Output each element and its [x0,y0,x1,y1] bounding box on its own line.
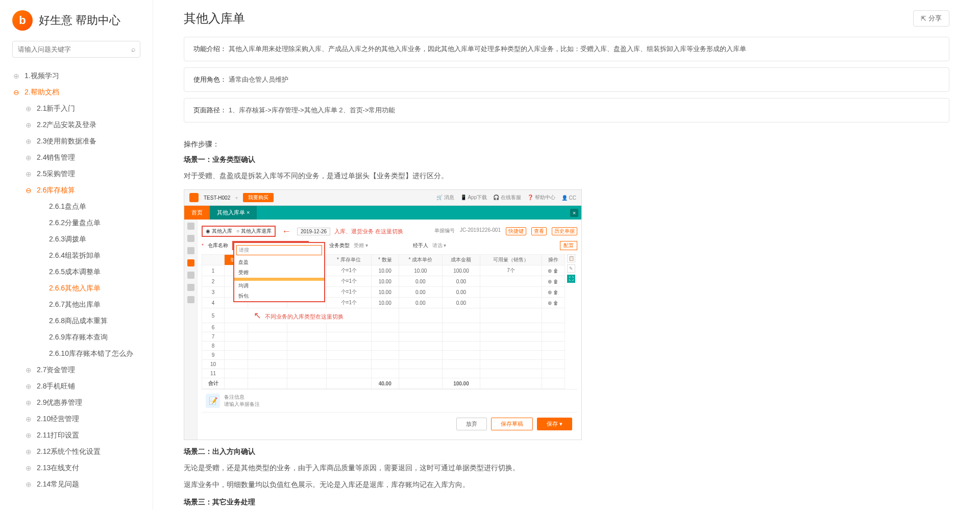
screenshot-image: TEST-H002 ▾ 我要购买 🛒 消息 📱 App下载 🎧 在线客服 ❓ 帮… [184,189,582,440]
search-box: ⌕ [12,41,140,58]
ss-tab-doc: 其他入库单 × [210,206,257,220]
share-button[interactable]: ⇱分享 [913,10,949,27]
scene2-p2: 退库业务中，明细数量均以负值红色展示。无论是入库还是退库，库存账均记在入库方向。 [184,478,949,491]
nav-docs[interactable]: ⊖2.帮助文档 [12,84,140,101]
plus-icon: ⊕ [24,121,33,129]
nav-2-6-7[interactable]: 2.6.7其他出库单 [49,297,140,313]
nav-2-14[interactable]: ⊕2.14常见问题 [24,476,140,493]
search-icon[interactable]: ⌕ [131,45,135,53]
scene3-title: 场景三：其它业务处理 [184,498,949,507]
role-box: 使用角色： 通常由仓管人员维护 [184,67,949,92]
close-icon: × [570,209,578,217]
tool-icon: ⛶ [567,275,575,283]
ss-buy-btn: 我要购买 [243,193,274,202]
scene1-text: 对于受赠、盘盈或是拆装入库等不同的业务，是通过单据头【业务类型】进行区分。 [184,169,949,182]
ss-draft-btn: 保存草稿 [491,418,533,430]
tool-icon: ✎ [567,264,575,273]
nav-2-10[interactable]: ⊕2.10经营管理 [24,411,140,427]
nav-2-5[interactable]: ⊕2.5采购管理 [24,166,140,182]
plus-icon: ⊕ [24,170,33,178]
logo-icon: b [12,10,33,31]
rail-icon [187,235,194,242]
steps-label: 操作步骤： [184,140,949,149]
logo-area: b 好生意 帮助中心 [0,10,153,41]
nav-2-3[interactable]: ⊕2.3使用前数据准备 [24,133,140,150]
plus-icon: ⊕ [24,480,33,489]
plus-icon: ⊕ [24,137,33,145]
ss-tab-home: 首页 [184,206,210,220]
intro-label: 功能介绍： [193,45,227,53]
nav-2-6-3[interactable]: 2.6.3调拨单 [49,231,140,248]
rail-icon [187,259,194,266]
scene2-p1: 无论是受赠，还是其他类型的业务，由于入库商品质量等原因，需要退回，这时可通过单据… [184,462,949,474]
nav-2-13[interactable]: ⊕2.13在线支付 [24,460,140,476]
nav-tree: ⊕1.视频学习 ⊖2.帮助文档 ⊕2.1新手入门 ⊕2.2产品安装及登录 ⊕2.… [0,68,153,493]
nav-2-7[interactable]: ⊕2.7资金管理 [24,362,140,378]
rail-icon [187,272,194,279]
plus-icon: ⊕ [12,72,20,80]
nav-2-1[interactable]: ⊕2.1新手入门 [24,101,140,117]
plus-icon: ⊕ [24,448,33,456]
nav-2-6-2[interactable]: 2.6.2分量盘点单 [49,215,140,231]
sidebar: b 好生意 帮助中心 ⌕ ⊕1.视频学习 ⊖2.帮助文档 ⊕2.1新手入门 ⊕2… [0,0,153,510]
rail-icon [187,247,194,254]
minus-icon: ⊖ [24,186,33,195]
share-icon: ⇱ [921,15,926,22]
page-title: 其他入库单 [184,10,245,27]
nav-2-6-10[interactable]: 2.6.10库存账本错了怎么办 [49,346,140,362]
path-label: 页面路径： [193,106,227,114]
plus-icon: ⊕ [24,382,33,391]
plus-icon: ⊕ [24,464,33,472]
nav-2-6-4[interactable]: 2.6.4组装拆卸单 [49,248,140,264]
role-label: 使用角色： [193,76,227,83]
nav-2-6-6[interactable]: 2.6.6其他入库单 [49,280,140,297]
scene1-title: 场景一：业务类型确认 [184,155,949,164]
rail-icon [187,284,194,291]
nav-2-6-1[interactable]: 2.6.1盘点单 [49,199,140,215]
path-box: 页面路径： 1、库存核算->库存管理->其他入库单 2、首页->常用功能 [184,98,949,123]
nav-2-8[interactable]: ⊕2.8手机旺铺 [24,378,140,395]
plus-icon: ⊕ [24,399,33,407]
minus-icon: ⊖ [12,88,20,96]
scene2-title: 场景二：出入方向确认 [184,447,949,456]
nav-video[interactable]: ⊕1.视频学习 [12,68,140,84]
logo-text: 好生意 帮助中心 [39,13,120,28]
plus-icon: ⊕ [24,366,33,374]
plus-icon: ⊕ [24,431,33,440]
main-content: 其他入库单 ⇱分享 功能介绍： 其他入库单用来处理除采购入库、产成品入库之外的其… [153,0,980,510]
role-text: 通常由仓管人员维护 [229,76,288,83]
note-icon: 📝 [206,394,220,408]
path-text: 1、库存核算->库存管理->其他入库单 2、首页->常用功能 [229,106,396,114]
ss-logo-icon [189,193,199,202]
search-input[interactable] [12,41,140,58]
nav-2-9[interactable]: ⊕2.9优惠券管理 [24,395,140,411]
ss-save-btn: 保存 ▾ [537,418,572,430]
ss-discard-btn: 放弃 [456,418,487,430]
nav-2-11[interactable]: ⊕2.11打印设置 [24,427,140,444]
rail-icon [187,296,194,303]
intro-text: 其他入库单用来处理除采购入库、产成品入库之外的其他入库业务，因此其他入库单可处理… [229,45,746,53]
plus-icon: ⊕ [24,105,33,113]
plus-icon: ⊕ [24,415,33,423]
intro-box: 功能介绍： 其他入库单用来处理除采购入库、产成品入库之外的其他入库业务，因此其他… [184,37,949,61]
nav-2-6-5[interactable]: 2.6.5成本调整单 [49,264,140,280]
nav-2-12[interactable]: ⊕2.12系统个性化设置 [24,444,140,460]
ss-company: TEST-H002 [204,195,230,201]
tool-icon: 📋 [567,254,575,262]
plus-icon: ⊕ [24,154,33,162]
nav-2-2[interactable]: ⊕2.2产品安装及登录 [24,117,140,133]
rail-icon [187,223,194,230]
nav-2-6[interactable]: ⊖2.6库存核算 [24,182,140,199]
nav-2-4[interactable]: ⊕2.4销售管理 [24,150,140,166]
nav-2-6-9[interactable]: 2.6.9库存账本查询 [49,329,140,346]
nav-2-6-8[interactable]: 2.6.8商品成本重算 [49,313,140,329]
